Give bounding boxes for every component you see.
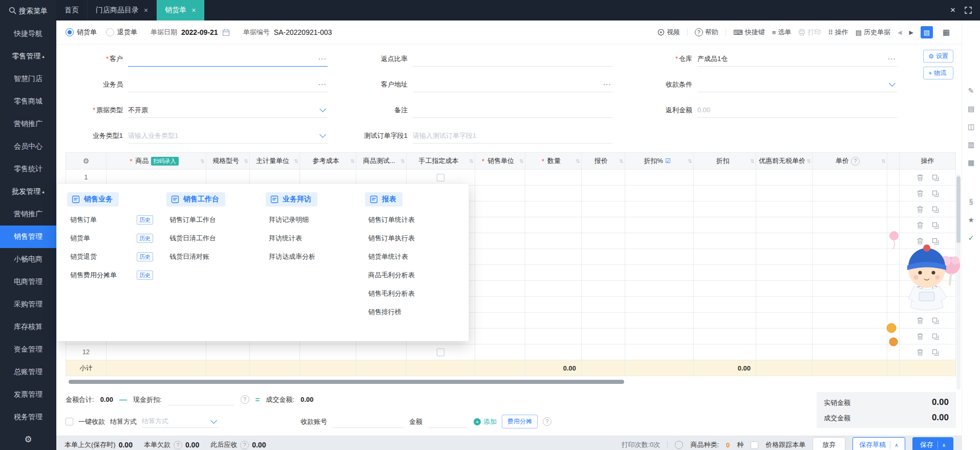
popup-menu-item[interactable]: 销售订单历史: [67, 211, 160, 229]
cell-unit-price[interactable]: [813, 265, 887, 281]
column-header-product-test[interactable]: 商品测试...⇅: [356, 153, 407, 170]
cell-discount-percent[interactable]: [625, 217, 694, 233]
column-header-discount[interactable]: 折扣⇅: [694, 153, 756, 170]
chevron-down-icon[interactable]: [210, 417, 217, 424]
sort-icon[interactable]: ⇅: [807, 158, 811, 164]
amount-input[interactable]: [428, 415, 468, 428]
sidebar-item-purchase-management[interactable]: 采购管理: [0, 293, 56, 316]
cell-manual-cost[interactable]: [407, 170, 475, 186]
tab-home[interactable]: 首页: [56, 0, 88, 21]
sort-icon[interactable]: ⇅: [401, 158, 405, 164]
favorite-icon[interactable]: ★: [966, 214, 977, 226]
cell-pre-tax-price[interactable]: [756, 186, 813, 201]
popup-menu-item[interactable]: 销售订单执行表: [365, 229, 458, 248]
one-click-collect-checkbox[interactable]: [66, 418, 73, 425]
tab-close-icon[interactable]: ×: [144, 6, 148, 14]
doc-panel-icon[interactable]: ▤: [966, 103, 977, 114]
copy-row-icon[interactable]: [932, 206, 939, 213]
cell-quantity[interactable]: [525, 249, 582, 265]
cell-sales-unit[interactable]: [475, 217, 525, 233]
cell-discount[interactable]: [694, 297, 756, 313]
lookup-dots-icon[interactable]: ···: [318, 55, 328, 63]
edit-note-icon[interactable]: ✎: [966, 85, 977, 96]
action-print[interactable]: 打印: [798, 28, 821, 37]
cell-pre-tax-price[interactable]: [756, 297, 813, 313]
cell-extra[interactable]: [887, 170, 900, 186]
delete-row-icon[interactable]: [917, 190, 924, 197]
popup-header-sales-workbench[interactable]: 销售工作台: [166, 192, 225, 207]
discount-edit-icon[interactable]: ☑: [665, 157, 671, 165]
lookup-dots-icon[interactable]: ···: [318, 80, 328, 88]
cell-discount[interactable]: [694, 201, 756, 217]
delete-row-icon[interactable]: [917, 174, 924, 181]
column-header-extra[interactable]: [887, 153, 900, 170]
attachment-icon[interactable]: §: [966, 196, 977, 208]
prev-doc-arrow[interactable]: ◀: [898, 29, 902, 36]
column-header-discount-percent[interactable]: 折扣%☑⇅: [625, 153, 694, 170]
warehouse-input[interactable]: 产成品1仓···: [697, 52, 897, 67]
fullscreen-icon[interactable]: [965, 7, 972, 14]
column-header-quantity[interactable]: *数量⇅: [525, 153, 582, 170]
cell-quantity[interactable]: [525, 297, 582, 313]
cell-quote-price[interactable]: [582, 329, 625, 344]
calendar-icon[interactable]: [222, 29, 230, 36]
delete-row-icon[interactable]: [917, 206, 924, 213]
chevron-down-icon[interactable]: [889, 80, 896, 87]
list-panel-icon[interactable]: ▥: [966, 139, 977, 150]
column-header-quote-price[interactable]: 报价⇅: [582, 153, 625, 170]
cell-quantity[interactable]: [525, 313, 582, 329]
cell-discount[interactable]: [694, 344, 756, 360]
sidebar-item-retail-stats[interactable]: 零售统计: [0, 158, 56, 180]
cell-sales-unit[interactable]: [475, 201, 525, 217]
abandon-button[interactable]: 放弃: [813, 437, 845, 450]
cell-discount[interactable]: [694, 233, 756, 249]
cell-pre-tax-price[interactable]: [756, 313, 813, 329]
sidebar-item-fund-management[interactable]: 资金管理: [0, 338, 56, 361]
info-icon[interactable]: ?: [240, 441, 249, 449]
cell-quantity[interactable]: [525, 201, 582, 217]
caret-up-icon[interactable]: ∧: [942, 442, 946, 448]
scan-entry-badge[interactable]: 扫码录入: [151, 157, 179, 166]
sidebar-item-general-ledger[interactable]: 总账管理: [0, 361, 56, 383]
cell-unit-price[interactable]: [813, 186, 887, 201]
sidebar-item-marketing-promo-wholesale[interactable]: 营销推广: [0, 203, 56, 226]
popup-menu-item[interactable]: 拜访记录明细: [266, 211, 359, 229]
popup-header-business-visit[interactable]: 业务拜访: [266, 192, 317, 207]
cell-sales-unit[interactable]: [475, 281, 525, 297]
cell-unit-price[interactable]: [813, 344, 887, 360]
column-header-manual-cost[interactable]: 手工指定成本⇅: [407, 153, 475, 170]
popup-menu-item[interactable]: 钱货日清对账: [166, 248, 260, 266]
cash-discount-help-icon[interactable]: ?: [241, 395, 249, 404]
sidebar-item-quick-nav[interactable]: 快捷导航: [0, 23, 56, 45]
sort-icon[interactable]: ⇅: [520, 158, 524, 164]
popup-menu-item[interactable]: 钱货日清工作台: [166, 229, 260, 248]
sort-icon[interactable]: ⇅: [470, 158, 474, 164]
radio-sales-invoice[interactable]: 销货单: [66, 28, 97, 37]
cell-product[interactable]: [106, 344, 206, 360]
cell-pre-tax-price[interactable]: [756, 201, 813, 217]
horizontal-scrollbar[interactable]: [66, 379, 952, 384]
remark-input[interactable]: [413, 103, 612, 118]
popup-menu-item[interactable]: 销售订单统计表: [365, 211, 458, 229]
sidebar-item-invoice-management[interactable]: 发票管理: [0, 383, 56, 406]
fee-help-icon[interactable]: ?: [543, 417, 551, 426]
sidebar-search[interactable]: 搜索菜单: [0, 0, 56, 23]
sort-icon[interactable]: ⇅: [751, 158, 755, 164]
settings-gear-icon[interactable]: ⚙: [24, 434, 32, 445]
sort-icon[interactable]: ⇅: [620, 158, 624, 164]
close-window-icon[interactable]: ×: [950, 5, 955, 15]
add-payment-button[interactable]: +添加: [474, 417, 497, 426]
column-header-product[interactable]: *商品扫码录入⇅: [106, 153, 206, 170]
cell-sales-unit[interactable]: [475, 329, 525, 344]
doc-date-field[interactable]: 单据日期 2022-09-21: [151, 28, 230, 37]
cell-unit-price[interactable]: [813, 201, 887, 217]
cell-quantity[interactable]: [525, 281, 582, 297]
view-mode-grid-button[interactable]: ▦: [940, 26, 952, 38]
copy-row-icon[interactable]: [932, 222, 939, 229]
sort-icon[interactable]: ⇅: [688, 158, 692, 164]
cell-sales-unit[interactable]: [475, 170, 525, 186]
cell-pre-tax-price[interactable]: [756, 233, 813, 249]
popup-menu-item[interactable]: 销售毛利分析表: [365, 284, 458, 303]
cell-quote-price[interactable]: [582, 217, 625, 233]
cell-discount[interactable]: [694, 313, 756, 329]
